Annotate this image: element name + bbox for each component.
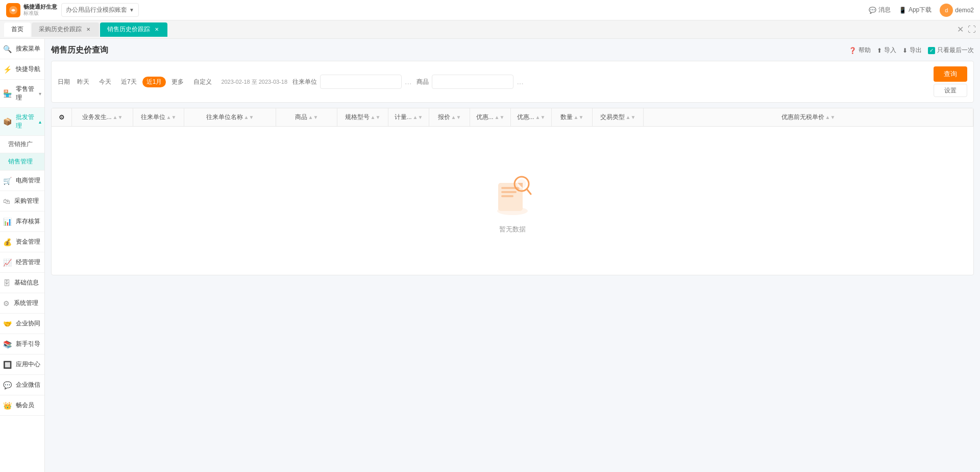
guide-icon: 📚 [3,340,12,348]
sort-spec-icon: ▲▼ [371,115,381,120]
th-notax[interactable]: 优惠前无税单价 ▲▼ [644,108,973,126]
sidebar-item-inventory[interactable]: 📊 库存核算 [0,211,44,232]
partner-dots[interactable]: ... [405,77,411,86]
help-link[interactable]: ❓ 帮助 [849,46,871,55]
action-buttons: 查询 设置 [934,66,967,97]
sidebar-wechat-label: 企业微信 [12,381,41,389]
sidebar-item-enterprise[interactable]: 🤝 企业协同 [0,314,44,334]
date-pill-custom[interactable]: 自定义 [189,77,216,87]
date-pill-last7[interactable]: 近7天 [117,77,141,87]
th-qty[interactable]: 数量 ▲▼ [552,108,593,126]
sidebar-search-label: 搜索菜单 [12,44,41,53]
empty-state: 暂无数据 [52,127,973,275]
import-link[interactable]: ⬆ 导入 [877,46,896,55]
account-label: 办公用品行业模拟账套 [66,6,127,14]
sidebar-item-marketing[interactable]: 营销推广 [0,136,44,153]
tab-sales-track[interactable]: 销售历史价跟踪 ✕ [100,22,167,37]
empty-icon [487,168,538,219]
sidebar-item-ecommerce[interactable]: 🛒 电商管理 [0,171,44,191]
table-header: ⚙ 业务发生... ▲▼ 往来单位 ▲▼ 往来单位名称 ▲▼ [52,108,973,127]
th-date[interactable]: 业务发生... ▲▼ [72,108,133,126]
fullscreen-icon[interactable]: ⛶ [968,25,976,34]
export-link[interactable]: ⬇ 导出 [902,46,922,55]
gear-icon: ⚙ [59,113,65,121]
sidebar-retail-label: 零售管理 [12,85,39,102]
header-right: 💬 消息 📱 App下载 d demo2 [869,4,974,17]
th-unit2-label: 计量... [395,113,412,122]
th-unit-label: 往来单位 [141,113,165,122]
sidebar-item-system[interactable]: ⚙ 系统管理 [0,293,44,314]
date-pill-yesterday[interactable]: 昨天 [73,77,93,87]
th-product-label: 商品 [295,113,307,122]
purchase-icon: 🛍 [3,197,10,205]
close-window-icon[interactable]: ✕ [957,25,964,34]
sort-notax-icon: ▲▼ [825,115,836,120]
th-unit-name[interactable]: 往来单位名称 ▲▼ [184,108,276,126]
chevron-down-icon: ▼ [129,7,134,13]
product-input[interactable] [432,75,513,89]
tab-sales-close[interactable]: ✕ [153,26,160,33]
message-btn[interactable]: 💬 消息 [869,6,891,14]
sidebar-item-search[interactable]: 🔍 搜索菜单 [0,39,44,59]
sidebar-item-operations[interactable]: 📈 经营管理 [0,252,44,273]
date-pill-more[interactable]: 更多 [167,77,188,87]
sidebar-item-shortcut[interactable]: ⚡ 快捷导航 [0,59,44,80]
sidebar-item-retail[interactable]: 🏪 零售管理 ▾ [0,80,44,108]
th-unit-name-label: 往来单位名称 [206,113,243,122]
sidebar-basic-label: 基础信息 [10,278,41,287]
th-date-label: 业务发生... [82,113,112,122]
message-icon: 💬 [869,7,876,14]
th-trade[interactable]: 交易类型 ▲▼ [593,108,644,126]
import-label: 导入 [884,46,896,55]
sidebar-purchase-label: 采购管理 [10,197,41,205]
sidebar-item-guide[interactable]: 📚 新手引导 [0,334,44,355]
sidebar-wholesale-label: 批发管理 [12,113,39,130]
sidebar-item-basic[interactable]: 🗄 基础信息 [0,273,44,293]
th-price[interactable]: 报价 ▲▼ [429,108,470,126]
sidebar-ecommerce-label: 电商管理 [12,176,41,185]
sidebar-item-member[interactable]: 👑 畅会员 [0,395,44,416]
sort-unit-name-icon: ▲▼ [244,115,254,120]
sort-price-icon: ▲▼ [451,115,461,120]
svg-rect-5 [501,195,513,197]
tab-purchase-label: 采购历史价跟踪 [39,25,82,34]
shortcut-icon: ⚡ [3,65,12,74]
tab-purchase-close[interactable]: ✕ [85,26,92,33]
partner-input[interactable] [320,75,402,89]
query-button[interactable]: 查询 [934,66,967,82]
th-discount1[interactable]: 优惠... ▲▼ [470,108,511,126]
settings-button[interactable]: 设置 [934,84,967,97]
th-discount2[interactable]: 优惠... ▲▼ [511,108,552,126]
sidebar-item-finance[interactable]: 💰 资金管理 [0,232,44,252]
tab-home[interactable]: 首页 [4,22,31,37]
user-profile[interactable]: d demo2 [940,4,974,17]
product-dots[interactable]: ... [517,77,523,86]
date-pill-today[interactable]: 今天 [95,77,115,87]
th-spec[interactable]: 规格型号 ▲▼ [337,108,388,126]
account-selector[interactable]: 办公用品行业模拟账套 ▼ [61,3,139,17]
only-last-checkbox[interactable]: ✓ 只看最后一次 [928,46,974,55]
sidebar-item-sales-mgmt[interactable]: 销售管理 [0,153,44,171]
date-range-text: 2023-02-18 至 2023-03-18 [221,78,287,86]
sort-unit2-icon: ▲▼ [413,115,423,120]
header-left: 畅捷通好生意 标准版 办公用品行业模拟账套 ▼ [6,3,139,17]
sidebar-item-apps[interactable]: 🔲 应用中心 [0,355,44,375]
mobile-icon: 📱 [899,7,906,14]
column-settings-btn[interactable]: ⚙ [52,108,72,126]
sidebar-item-wechat[interactable]: 💬 企业微信 [0,375,44,395]
ecommerce-icon: 🛒 [3,177,12,185]
page-wrapper: 销售历史价查询 ❓ 帮助 ⬆ 导入 ⬇ 导出 ✓ [45,39,980,281]
th-unit[interactable]: 往来单位 ▲▼ [133,108,184,126]
sidebar-item-wholesale[interactable]: 📦 批发管理 ▴ [0,108,44,136]
tab-purchase-track[interactable]: 采购历史价跟踪 ✕ [32,22,99,37]
app-download-btn[interactable]: 📱 App下载 [899,6,932,14]
sort-product-icon: ▲▼ [308,115,318,120]
sidebar-item-purchase[interactable]: 🛍 采购管理 [0,191,44,211]
date-pill-last1m[interactable]: 近1月 [142,77,166,87]
sort-discount1-icon: ▲▼ [495,115,505,120]
th-product[interactable]: 商品 ▲▼ [276,108,337,126]
avatar-initial: d [945,7,948,13]
th-unit2[interactable]: 计量... ▲▼ [388,108,429,126]
date-pills: 昨天 今天 近7天 近1月 更多 自定义 [73,77,216,87]
checkbox-checked-icon: ✓ [928,47,935,54]
